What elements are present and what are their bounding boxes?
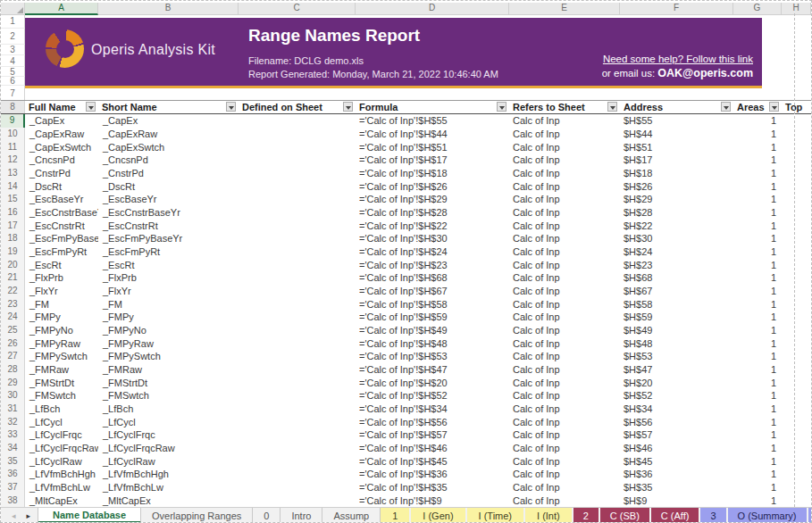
row-number[interactable]: 19 [1,245,25,259]
cell-short-name[interactable]: _MltCapEx [98,494,239,507]
cell-refers-to[interactable]: Calc of Inp [509,297,620,311]
column-header-cell[interactable]: Full Name [25,101,98,113]
cell-full-name[interactable]: _CncsnPd [25,154,98,167]
sheet-tab[interactable]: 0 [253,508,280,523]
cell-formula[interactable]: ='Calc of Inp'!$H$52 [356,389,509,403]
cell-top[interactable] [782,140,811,154]
cell-formula[interactable]: ='Calc of Inp'!$H$55 [356,114,509,128]
cell-areas[interactable]: 1 [733,454,782,468]
cell-formula[interactable]: ='Calc of Inp'!$H$22 [356,219,509,232]
row-number[interactable]: 18 [1,232,25,245]
cell-defined-on[interactable] [239,428,356,442]
cell-short-name[interactable]: _CncsnPd [98,154,239,167]
cell-defined-on[interactable] [239,389,356,403]
cell-full-name[interactable]: _FMStrtDt [25,376,98,389]
cell-short-name[interactable]: _EscCnstrRt [98,219,239,232]
sheet-tab[interactable]: I (Int) [525,508,572,523]
cell-address[interactable]: $H$26 [620,179,733,193]
row-number[interactable]: 25 [1,324,25,337]
row-number[interactable]: 36 [1,468,25,481]
cell-address[interactable]: $H$49 [620,324,733,337]
cell-areas[interactable]: 1 [733,494,782,507]
column-letter[interactable]: B [98,3,239,15]
column-letter[interactable]: F [620,3,733,15]
cell-areas[interactable]: 1 [733,415,782,428]
cell-defined-on[interactable] [239,376,356,389]
cell-address[interactable]: $H$56 [620,415,733,428]
column-letter[interactable]: H [782,3,811,15]
cell-formula[interactable]: ='Calc of Inp'!$H$9 [356,494,509,507]
row-number[interactable]: 11 [1,140,25,154]
cell-refers-to[interactable]: Calc of Inp [509,114,620,128]
sheet-tab[interactable]: I (Gen) [411,508,465,523]
cell-address[interactable]: $H$52 [620,389,733,403]
cell-refers-to[interactable]: Calc of Inp [509,245,620,259]
cell-full-name[interactable]: _CnstrPd [25,167,98,180]
sheet-tab[interactable]: O (Detail) [808,508,812,523]
cell-top[interactable] [782,481,811,494]
sheet-tab[interactable]: O (Summary) [728,508,807,523]
cell-formula[interactable]: ='Calc of Inp'!$H$20 [356,376,509,389]
sheet-tab[interactable]: 3 [700,508,725,523]
cell-refers-to[interactable]: Calc of Inp [509,415,620,428]
row-number[interactable]: 3 [1,45,25,55]
cell-address[interactable]: $H$51 [620,140,733,154]
cell-full-name[interactable]: _FMPyRaw [25,336,98,350]
cell-top[interactable] [782,363,811,377]
cell-top[interactable] [782,324,811,337]
cell-short-name[interactable]: _FlxPrb [98,271,239,285]
cell-areas[interactable]: 1 [733,271,782,285]
row-number[interactable]: 8 [1,101,25,113]
cell-top[interactable] [782,415,811,428]
cell-top[interactable] [782,494,811,507]
cell-full-name[interactable]: _LfCyclFrqc [25,428,98,442]
cell-areas[interactable]: 1 [733,403,782,416]
cell-top[interactable] [782,232,811,245]
cell-formula[interactable]: ='Calc of Inp'!$H$57 [356,428,509,442]
cell-full-name[interactable]: _LfVfmBchLw [25,481,98,494]
column-letter[interactable]: G [733,3,782,15]
cell-refers-to[interactable]: Calc of Inp [509,350,620,363]
cell-full-name[interactable]: _FMPyNo [25,324,98,337]
cell-top[interactable] [782,336,811,350]
cell-refers-to[interactable]: Calc of Inp [509,389,620,403]
cell-defined-on[interactable] [239,140,356,154]
cell-full-name[interactable]: _CapEx [25,114,98,128]
cell-top[interactable] [782,454,811,468]
cell-short-name[interactable]: _CnstrPd [98,167,239,180]
cell-address[interactable]: $H$57 [620,428,733,442]
cell-formula[interactable]: ='Calc of Inp'!$H$49 [356,324,509,337]
cell-address[interactable]: $H$24 [620,245,733,259]
cell-defined-on[interactable] [239,481,356,494]
cell-address[interactable]: $H$46 [620,442,733,455]
cell-top[interactable] [782,167,811,180]
row-number[interactable]: 10 [1,128,25,141]
cell-short-name[interactable]: _EscRt [98,258,239,271]
cell-full-name[interactable]: _FlxPrb [25,271,98,285]
filter-dropdown-icon[interactable] [86,102,96,112]
cell-formula[interactable]: ='Calc of Inp'!$H$28 [356,206,509,220]
row-number[interactable]: 28 [1,363,25,377]
row-number[interactable]: 23 [1,297,25,311]
cell-refers-to[interactable]: Calc of Inp [509,258,620,271]
row-number[interactable]: 33 [1,428,25,442]
cell-refers-to[interactable]: Calc of Inp [509,193,620,206]
cell-short-name[interactable]: _EscBaseYr [98,193,239,206]
cell-formula[interactable]: ='Calc of Inp'!$H$48 [356,336,509,350]
column-header-cell[interactable]: Short Name [98,101,239,113]
cell-defined-on[interactable] [239,415,356,428]
cell-refers-to[interactable]: Calc of Inp [509,206,620,220]
row-number[interactable]: 29 [1,376,25,389]
sheet-tab[interactable]: Name Database [38,508,141,523]
cell-short-name[interactable]: _LfVfmBchLw [98,481,239,494]
cell-short-name[interactable]: _LfVfmBchHgh [98,468,239,481]
tab-scroll-right-icon[interactable]: ▸ [27,511,31,520]
cell-areas[interactable]: 1 [733,245,782,259]
cell-refers-to[interactable]: Calc of Inp [509,403,620,416]
cell-full-name[interactable]: _MltCapEx [25,494,98,507]
cell-address[interactable]: $H$67 [620,285,733,298]
cell-address[interactable]: $H$58 [620,297,733,311]
row-number[interactable]: 38 [1,494,25,507]
cell-areas[interactable]: 1 [733,285,782,298]
cell-top[interactable] [782,350,811,363]
